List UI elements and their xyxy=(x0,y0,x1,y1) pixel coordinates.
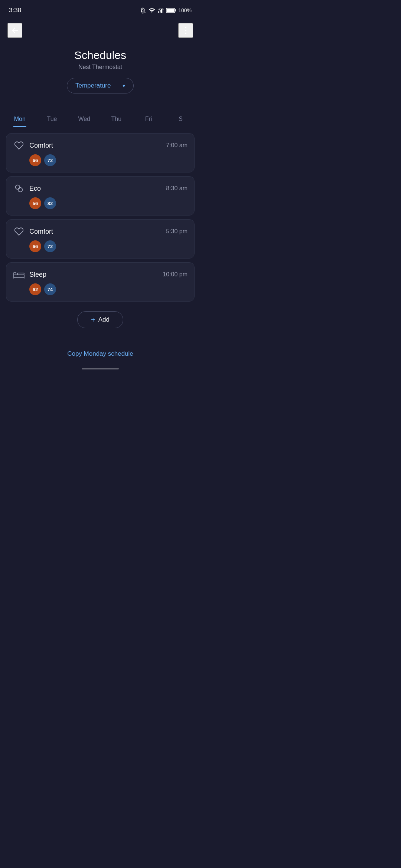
dropdown-label: Temperature xyxy=(75,82,111,89)
tab-monday[interactable]: Mon xyxy=(4,112,36,127)
schedule-card-sleep[interactable]: Sleep 10:00 pm 62 74 xyxy=(6,262,195,302)
header: Schedules Nest Thermostat Temperature ▾ xyxy=(0,42,200,103)
add-button-container: + Add xyxy=(0,305,200,334)
add-label: Add xyxy=(98,316,110,323)
card-top-sleep: Sleep 10:00 pm xyxy=(13,269,188,280)
comfort-evening-name: Comfort xyxy=(29,228,53,236)
svg-rect-1 xyxy=(160,10,160,13)
comfort-evening-cool-badge: 72 xyxy=(44,240,56,252)
add-icon: + xyxy=(91,316,95,323)
card-top-eco: Eco 8:30 am xyxy=(13,183,188,194)
bell-muted-icon xyxy=(140,7,146,14)
back-button[interactable] xyxy=(7,23,22,38)
comfort-evening-badges: 66 72 xyxy=(29,240,188,252)
card-left-eco: Eco xyxy=(13,183,41,194)
comfort-morning-time: 7:00 am xyxy=(166,142,188,149)
more-button[interactable] xyxy=(178,23,193,38)
comfort-morning-cool-badge: 72 xyxy=(44,154,56,166)
svg-rect-10 xyxy=(17,273,24,275)
tab-saturday[interactable]: S xyxy=(164,112,197,127)
sleep-cool-badge: 74 xyxy=(44,283,56,295)
signal-icon xyxy=(157,7,164,14)
schedule-list: Comfort 7:00 am 66 72 Eco xyxy=(0,127,200,305)
status-time: 3:38 xyxy=(9,7,21,14)
copy-schedule-label: Copy Monday schedule xyxy=(67,350,133,358)
card-left-comfort-evening: Comfort xyxy=(13,226,53,237)
comfort-evening-warm-badge: 66 xyxy=(29,240,41,252)
eco-cool-badge: 82 xyxy=(44,197,56,209)
battery-percentage: 100% xyxy=(178,7,192,13)
comfort-morning-name: Comfort xyxy=(29,142,53,149)
heart-icon xyxy=(13,139,25,151)
temperature-dropdown[interactable]: Temperature ▾ xyxy=(67,78,134,93)
status-bar: 3:38 100% xyxy=(0,0,200,19)
eco-icon xyxy=(13,183,25,194)
page-title: Schedules xyxy=(7,49,193,62)
add-schedule-button[interactable]: + Add xyxy=(77,311,123,328)
section-divider xyxy=(0,338,200,338)
dropdown-arrow-icon: ▾ xyxy=(123,83,125,89)
battery-icon xyxy=(166,8,176,13)
wifi-icon xyxy=(149,7,155,14)
card-top-comfort-evening: Comfort 5:30 pm xyxy=(13,226,188,237)
heart-icon-evening xyxy=(13,226,25,237)
schedule-card-eco[interactable]: Eco 8:30 am 56 82 xyxy=(6,176,195,216)
bottom-indicator xyxy=(0,365,200,375)
svg-rect-0 xyxy=(158,11,159,13)
eco-time: 8:30 am xyxy=(166,185,188,192)
top-nav xyxy=(0,19,200,42)
card-left-comfort-morning: Comfort xyxy=(13,139,53,151)
sleep-name: Sleep xyxy=(29,271,46,279)
schedule-card-comfort-morning[interactable]: Comfort 7:00 am 66 72 xyxy=(6,133,195,172)
tab-friday[interactable]: Fri xyxy=(133,112,165,127)
sleep-time: 10:00 pm xyxy=(163,271,188,278)
svg-rect-2 xyxy=(161,9,162,13)
svg-rect-3 xyxy=(163,8,163,13)
tab-tuesday[interactable]: Tue xyxy=(36,112,68,127)
home-indicator xyxy=(82,368,119,369)
card-left-sleep: Sleep xyxy=(13,269,46,280)
eco-warm-badge: 56 xyxy=(29,197,41,209)
sleep-badges: 62 74 xyxy=(29,283,188,295)
device-name: Nest Thermostat xyxy=(7,64,193,70)
sleep-warm-badge: 62 xyxy=(29,283,41,295)
svg-rect-6 xyxy=(167,9,175,12)
tab-thursday[interactable]: Thu xyxy=(100,112,133,127)
tab-wednesday[interactable]: Wed xyxy=(68,112,100,127)
eco-badges: 56 82 xyxy=(29,197,188,209)
dropdown-container: Temperature ▾ xyxy=(7,78,193,93)
comfort-morning-badges: 66 72 xyxy=(29,154,188,166)
svg-rect-9 xyxy=(14,275,24,277)
day-tabs: Mon Tue Wed Thu Fri S xyxy=(0,106,200,127)
card-top-comfort-morning: Comfort 7:00 am xyxy=(13,139,188,151)
svg-rect-5 xyxy=(175,9,176,11)
sleep-icon xyxy=(13,269,25,280)
schedule-card-comfort-evening[interactable]: Comfort 5:30 pm 66 72 xyxy=(6,219,195,259)
svg-point-7 xyxy=(16,185,20,190)
comfort-evening-time: 5:30 pm xyxy=(166,228,188,235)
eco-name: Eco xyxy=(29,185,41,193)
copy-schedule-button[interactable]: Copy Monday schedule xyxy=(0,342,200,365)
status-icons: 100% xyxy=(140,7,192,14)
comfort-morning-warm-badge: 66 xyxy=(29,154,41,166)
